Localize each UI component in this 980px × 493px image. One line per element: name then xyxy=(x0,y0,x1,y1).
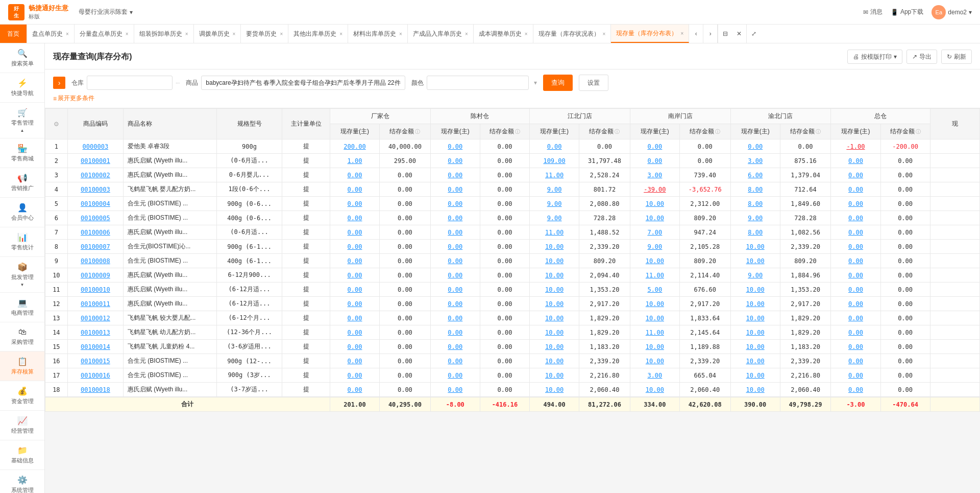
table-cell[interactable]: 10.00 xyxy=(630,340,679,354)
tab-fullscreen-btn[interactable]: ⤢ xyxy=(746,25,761,43)
table-cell[interactable]: 7.00 xyxy=(630,225,679,240)
table-cell[interactable]: 0.00 xyxy=(430,354,480,368)
table-cell[interactable]: 0.00 xyxy=(831,368,880,383)
table-cell[interactable]: 10.00 xyxy=(530,283,579,297)
info-icon-3[interactable]: ⓘ xyxy=(615,129,620,134)
table-cell[interactable]: 0.00 xyxy=(330,311,379,325)
table-cell[interactable]: 0.00 xyxy=(430,154,480,168)
sidebar-item-ecom[interactable]: 💻 电商管理 xyxy=(0,293,44,322)
table-cell[interactable]: 10.00 xyxy=(730,325,780,340)
table-cell-code[interactable]: 0000003 xyxy=(67,139,123,154)
table-cell[interactable]: 10.00 xyxy=(530,254,579,268)
table-cell[interactable]: 0.00 xyxy=(330,283,379,297)
table-cell-code[interactable]: 00100006 xyxy=(67,225,123,240)
tab-orderhistory[interactable]: 要货单历史 × xyxy=(241,25,288,43)
sidebar-item-inventory[interactable]: 📋 库存核算 xyxy=(0,351,44,381)
sidebar-item-purchase[interactable]: 🛍 采购管理 xyxy=(0,322,44,351)
table-cell[interactable]: 10.00 xyxy=(730,240,780,254)
table-cell-code[interactable]: 00100016 xyxy=(67,368,123,383)
table-cell[interactable]: 0.00 xyxy=(330,368,379,383)
table-cell[interactable]: 10.00 xyxy=(630,383,679,397)
column-settings-icon[interactable]: ⚙ xyxy=(54,121,59,128)
sidebar-item-operation[interactable]: 📈 经营管理 xyxy=(0,411,44,440)
app-download-btn[interactable]: 📱 App下载 xyxy=(891,8,923,16)
table-cell[interactable]: 0.00 xyxy=(831,168,880,182)
sidebar-item-retail-mall[interactable]: 🏪 零售商城 xyxy=(0,138,44,168)
tab-close-combinehistory[interactable]: × xyxy=(185,31,188,37)
table-cell[interactable]: 10.00 xyxy=(630,297,679,311)
table-cell[interactable]: 0.00 xyxy=(430,254,480,268)
table-cell[interactable]: 5.00 xyxy=(630,283,679,297)
table-cell[interactable]: 0.00 xyxy=(831,325,880,340)
tab-close-fenstockhistory[interactable]: × xyxy=(126,31,129,37)
table-cell[interactable]: 0.00 xyxy=(831,268,880,283)
table-cell-code[interactable]: 00100003 xyxy=(67,182,123,197)
table-cell[interactable]: 0.00 xyxy=(430,340,480,354)
table-cell[interactable]: 10.00 xyxy=(730,254,780,268)
sidebar-item-quick[interactable]: ⚡ 快捷导航 xyxy=(0,73,44,103)
table-cell[interactable]: 10.00 xyxy=(730,297,780,311)
table-cell[interactable]: 0.00 xyxy=(430,283,480,297)
table-cell[interactable]: 6.00 xyxy=(730,168,780,182)
tab-fenstockhistory[interactable]: 分量盘点单历史 × xyxy=(75,25,134,43)
table-cell[interactable]: 0.00 xyxy=(330,268,379,283)
table-cell[interactable]: 0.00 xyxy=(330,325,379,340)
tab-close-stocklist[interactable]: × xyxy=(66,31,69,37)
tab-close-all-btn[interactable]: ✕ xyxy=(732,25,746,43)
table-cell-code[interactable]: 00100001 xyxy=(67,154,123,168)
table-cell[interactable]: 0.00 xyxy=(330,297,379,311)
table-cell[interactable]: 200.00 xyxy=(330,139,379,154)
table-cell[interactable]: 0.00 xyxy=(330,383,379,397)
table-cell[interactable]: 10.00 xyxy=(530,383,579,397)
tab-productin[interactable]: 产成品入库单历史 × xyxy=(408,25,474,43)
warehouse-input[interactable] xyxy=(87,76,173,90)
sidebar-item-retail[interactable]: 🛒 零售管理 ▲ xyxy=(0,103,44,138)
table-cell[interactable]: 0.00 xyxy=(430,139,480,154)
table-cell[interactable]: 9.00 xyxy=(530,197,579,211)
table-cell[interactable]: 9.00 xyxy=(730,211,780,225)
tab-close-stockdist[interactable]: × xyxy=(680,31,683,36)
info-icon-5[interactable]: ⓘ xyxy=(816,129,821,134)
table-cell[interactable]: 0.00 xyxy=(430,182,480,197)
table-cell[interactable]: 0.00 xyxy=(630,154,679,168)
refresh-btn[interactable]: ↻ 刷新 xyxy=(941,50,972,64)
industry-dropdown[interactable]: 母婴行业演示陈套 ▾ xyxy=(79,8,133,16)
table-cell[interactable]: 1.00 xyxy=(330,154,379,168)
tab-stockdist[interactable]: 现存量（库存分布表）× xyxy=(611,25,689,43)
table-cell[interactable]: 0.00 xyxy=(831,197,880,211)
table-cell[interactable]: 10.00 xyxy=(630,354,679,368)
tab-close-adjhistory[interactable]: × xyxy=(233,31,236,37)
color-input[interactable] xyxy=(427,76,529,90)
table-cell[interactable]: 10.00 xyxy=(530,268,579,283)
table-cell[interactable]: 10.00 xyxy=(730,311,780,325)
table-cell[interactable]: 0.00 xyxy=(430,325,480,340)
table-cell[interactable]: 10.00 xyxy=(730,340,780,354)
user-area[interactable]: Ea demo2 ▾ xyxy=(932,5,972,19)
tab-home[interactable]: 首页 xyxy=(0,25,27,43)
table-cell[interactable]: 0.00 xyxy=(330,225,379,240)
table-cell[interactable]: 0.00 xyxy=(330,197,379,211)
tab-close-costadjust[interactable]: × xyxy=(525,31,528,37)
tab-stocklist[interactable]: 盘点单历史 × xyxy=(27,25,75,43)
table-cell-code[interactable]: 00100002 xyxy=(67,168,123,182)
table-cell-code[interactable]: 00100012 xyxy=(67,311,123,325)
expand-more-btn[interactable]: ≡ 展开更多条件 xyxy=(53,94,94,103)
table-cell-code[interactable]: 00100013 xyxy=(67,325,123,340)
message-btn[interactable]: ✉ 消息 xyxy=(863,8,883,16)
tab-otherout[interactable]: 其他出库单历史 × xyxy=(288,25,348,43)
table-cell-code[interactable]: 00100014 xyxy=(67,340,123,354)
color-arrow[interactable]: ▾ xyxy=(534,79,537,86)
table-cell[interactable]: -1.00 xyxy=(831,139,880,154)
tab-next-btn[interactable]: › xyxy=(703,25,718,43)
table-cell-code[interactable]: 00100015 xyxy=(67,354,123,368)
table-cell[interactable]: 0.00 xyxy=(430,168,480,182)
settings-btn[interactable]: 设置 xyxy=(579,75,608,91)
export-btn[interactable]: ↗ 导出 xyxy=(906,50,937,64)
table-cell[interactable]: 11.00 xyxy=(530,168,579,182)
table-cell[interactable]: 10.00 xyxy=(530,311,579,325)
table-cell[interactable]: 10.00 xyxy=(630,254,679,268)
table-cell[interactable]: 8.00 xyxy=(730,225,780,240)
table-cell[interactable]: 0.00 xyxy=(831,154,880,168)
tab-costadjust[interactable]: 成本调整单历史 × xyxy=(474,25,533,43)
table-cell[interactable]: 10.00 xyxy=(730,354,780,368)
